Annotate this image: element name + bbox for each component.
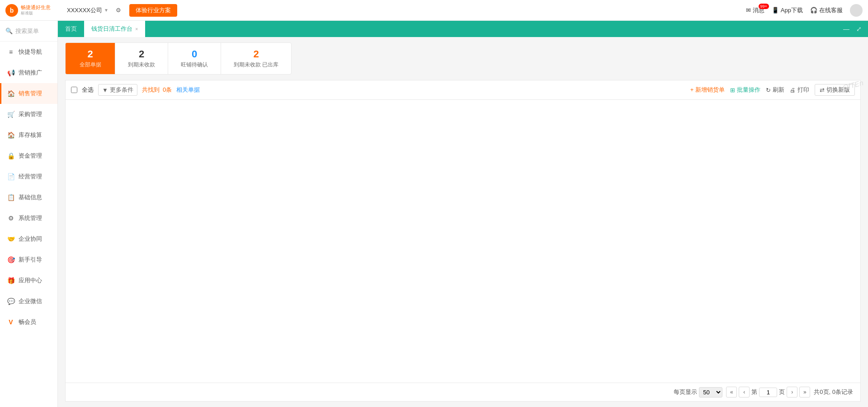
sidebar-item-label: 销售管理: [19, 89, 42, 98]
related-docs-link[interactable]: 相关单据: [176, 86, 200, 94]
print-label: 打印: [797, 86, 809, 94]
maximize-icon[interactable]: ⤢: [854, 24, 863, 33]
switch-new-button[interactable]: ⇄ 切换新版: [815, 84, 855, 96]
table-area: [65, 99, 861, 383]
online-service-button[interactable]: 🎧 在线客服: [810, 6, 843, 14]
app-name: 畅捷通好生意: [21, 4, 51, 10]
messages-badge: 99+: [759, 4, 769, 9]
stat-card-overdue[interactable]: 2 到期未收款: [115, 43, 168, 74]
print-button[interactable]: 🖨 打印: [790, 86, 809, 94]
app-download-button[interactable]: 📱 App下载: [772, 6, 803, 14]
sidebar-search[interactable]: 🔍 搜索菜单: [0, 21, 57, 42]
minimize-icon[interactable]: —: [842, 24, 851, 33]
batch-icon: ⊞: [730, 87, 735, 94]
sidebar-item-base-info[interactable]: 📋 基础信息: [0, 187, 57, 208]
app-center-icon: 🎁: [7, 276, 15, 285]
sidebar-item-label: 系统管理: [19, 214, 42, 222]
first-page-button[interactable]: «: [726, 387, 737, 398]
member-icon: V: [7, 318, 15, 326]
empty-state: [66, 100, 860, 281]
company-name: XXXXXX公司: [67, 6, 102, 14]
marketing-icon: 📢: [7, 69, 15, 77]
search-icon: 🔍: [5, 28, 13, 34]
wechat-icon: 💬: [7, 297, 15, 305]
quick-nav-icon: ≡: [7, 48, 15, 56]
stat-label-all: 全部单据: [78, 61, 102, 69]
sidebar-item-inventory[interactable]: 🏠 库存核算: [0, 125, 57, 145]
sidebar-item-sales[interactable]: 🏠 销售管理: [0, 83, 57, 104]
sys-manage-icon: ⚙: [7, 214, 15, 222]
last-page-button[interactable]: »: [799, 387, 810, 398]
stat-label-wangpu: 旺铺待确认: [181, 61, 208, 69]
company-selector[interactable]: XXXXXX公司 ▼: [67, 6, 108, 14]
operation-icon: 📄: [7, 173, 15, 181]
stat-num-shipped: 2: [234, 48, 278, 60]
enterprise-icon: 🤝: [7, 235, 15, 243]
sidebar-item-label: 经营管理: [19, 173, 42, 181]
batch-ops-label: 批量操作: [737, 86, 760, 94]
page-number-input[interactable]: [759, 388, 777, 397]
sidebar-item-guide[interactable]: 🎯 新手引导: [0, 249, 57, 270]
mobile-icon: 📱: [772, 7, 779, 14]
batch-ops-button[interactable]: ⊞ 批量操作: [730, 86, 760, 94]
gear-icon: ⚙: [116, 7, 121, 14]
settings-button[interactable]: ⚙: [112, 4, 125, 17]
found-count-text: 共找到 0条: [142, 86, 172, 94]
next-page-button[interactable]: ›: [787, 387, 797, 398]
stat-card-wangpu[interactable]: 0 旺铺待确认: [168, 43, 221, 74]
per-page-select-input[interactable]: 50 10 20 100: [699, 387, 722, 398]
print-icon: 🖨: [790, 87, 796, 94]
search-menu-label: 搜索菜单: [15, 27, 39, 35]
trial-button[interactable]: 体验行业方案: [129, 4, 177, 17]
user-avatar[interactable]: [850, 4, 863, 17]
stat-num-wangpu: 0: [181, 48, 208, 60]
stat-cards: 2 全部单据 2 到期未收款 0 旺铺待确认 2 到期未收款 已出库: [65, 42, 292, 75]
refresh-label: 刷新: [773, 86, 784, 94]
total-records-label: 共0页, 0条记录: [814, 388, 853, 396]
tab-close-icon[interactable]: ×: [135, 26, 138, 32]
stat-num-overdue: 2: [128, 48, 155, 60]
stat-card-shipped[interactable]: 2 到期未收款 已出库: [221, 43, 291, 74]
main-content: 2 全部单据 2 到期未收款 0 旺铺待确认 2 到期未收款 已出库 全选: [58, 37, 868, 407]
sidebar: 🔍 搜索菜单 ≡ 快捷导航 📢 营销推广 🏠 销售管理 🛒 采购管理 🏠 库存核…: [0, 21, 58, 407]
more-filters-label: 更多条件: [110, 86, 133, 94]
finance-icon: 🔒: [7, 152, 15, 160]
guide-icon: 🎯: [7, 256, 15, 264]
sidebar-item-label: 企业协同: [19, 235, 42, 243]
sidebar-item-label: 畅会员: [19, 318, 36, 326]
sidebar-item-operation[interactable]: 📄 经营管理: [0, 166, 57, 187]
more-filters-button[interactable]: ▼ 更多条件: [98, 84, 137, 96]
sidebar-item-wechat[interactable]: 💬 企业微信: [0, 291, 57, 312]
purchase-icon: 🛒: [7, 110, 15, 118]
messages-button[interactable]: ✉ 消息 99+: [746, 6, 764, 14]
sidebar-item-label: 资金管理: [19, 152, 42, 160]
app-badge: 标准版: [21, 10, 51, 16]
select-all-checkbox[interactable]: [71, 87, 77, 93]
sidebar-item-label: 营销推广: [19, 69, 42, 77]
stat-num-all: 2: [78, 48, 102, 60]
prev-page-button[interactable]: ‹: [739, 387, 750, 398]
online-service-label: 在线客服: [819, 6, 843, 14]
sidebar-item-marketing[interactable]: 📢 营销推广: [0, 62, 57, 83]
sidebar-item-app-center[interactable]: 🎁 应用中心: [0, 270, 57, 291]
tab-active[interactable]: 钱货日清工作台 ×: [84, 21, 145, 37]
page-nav: « ‹ 第 页 › »: [726, 387, 810, 398]
sidebar-item-member[interactable]: V 畅会员: [0, 312, 57, 332]
sidebar-item-finance[interactable]: 🔒 资金管理: [0, 145, 57, 166]
select-all-label: 全选: [82, 86, 94, 94]
sidebar-item-sys-manage[interactable]: ⚙ 系统管理: [0, 208, 57, 229]
sidebar-item-purchase[interactable]: 🛒 采购管理: [0, 104, 57, 125]
headset-icon: 🎧: [810, 7, 817, 14]
sales-icon: 🏠: [7, 89, 15, 98]
sidebar-item-enterprise[interactable]: 🤝 企业协同: [0, 229, 57, 249]
switch-icon: ⇄: [820, 87, 825, 94]
page-prefix-label: 第: [751, 388, 757, 396]
tab-window-controls: — ⤢: [842, 24, 868, 33]
tab-home[interactable]: 首页: [58, 21, 84, 37]
sidebar-item-quick-nav[interactable]: ≡ 快捷导航: [0, 42, 57, 62]
refresh-button[interactable]: ↻ 刷新: [766, 86, 784, 94]
header-right: ✉ 消息 99+ 📱 App下载 🎧 在线客服: [746, 4, 863, 17]
new-sale-button[interactable]: + 新增销货单: [690, 86, 725, 94]
logo-area: b 畅捷通好生意 标准版: [5, 4, 63, 17]
stat-card-all[interactable]: 2 全部单据: [66, 43, 115, 74]
